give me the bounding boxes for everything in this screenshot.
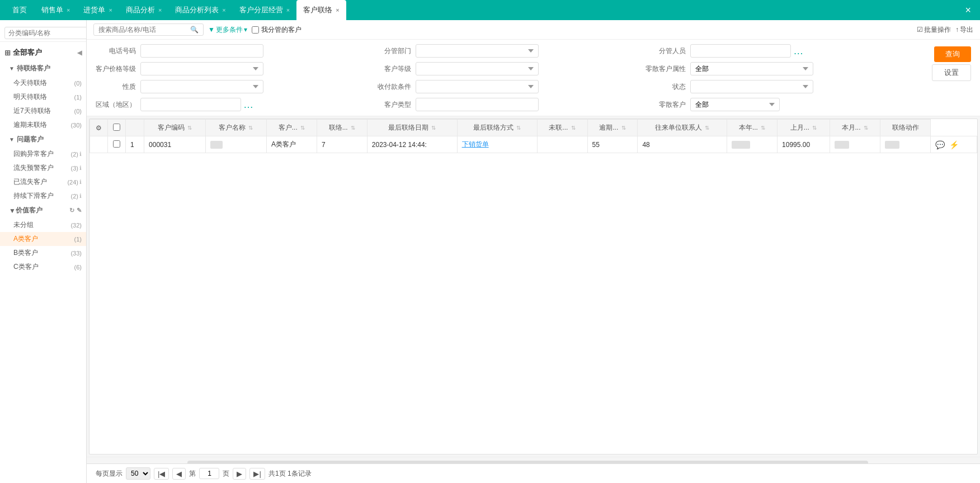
col-header-customer-type[interactable]: 客户... ⇅ bbox=[267, 120, 317, 136]
sidebar-item-repurchase-abnormal[interactable]: 回购异常客户 (2) ℹ bbox=[0, 147, 86, 161]
close-sales-order-icon[interactable]: × bbox=[67, 7, 70, 13]
main-layout: 🔍 ⊞ 全部客户 ◀ ▼ 待联络客户 今天待联络 (0) 明天待联络 (1 bbox=[0, 20, 980, 483]
row-this-month-cell bbox=[880, 136, 931, 153]
region-more-icon[interactable]: … bbox=[241, 99, 256, 111]
export-button[interactable]: ↑ 导出 bbox=[955, 25, 973, 35]
tab-customer-segment[interactable]: 客户分层经营 × bbox=[233, 0, 296, 20]
last-page-button[interactable]: ▶| bbox=[249, 468, 265, 480]
sidebar-search-input[interactable] bbox=[4, 27, 87, 39]
my-customers-checkbox[interactable] bbox=[252, 26, 259, 34]
home-tab[interactable]: 首页 bbox=[4, 5, 35, 15]
col-header-code[interactable]: 客户编码 ⇅ bbox=[144, 120, 205, 136]
tab-product-analysis-list[interactable]: 商品分析列表 × bbox=[168, 0, 232, 20]
pending-contact-header[interactable]: ▼ 待联络客户 bbox=[0, 61, 86, 76]
info-icon-2: ℹ bbox=[79, 179, 82, 185]
tab-product-analysis[interactable]: 商品分析 × bbox=[119, 0, 168, 20]
status-select[interactable] bbox=[690, 80, 813, 93]
sidebar: 🔍 ⊞ 全部客户 ◀ ▼ 待联络客户 今天待联络 (0) 明天待联络 (1 bbox=[0, 20, 87, 483]
payment-select[interactable] bbox=[416, 80, 539, 93]
batch-operation-button[interactable]: ☑ 批量操作 bbox=[917, 25, 951, 35]
price-level-select[interactable] bbox=[140, 62, 263, 75]
tab-purchase-order[interactable]: 进货单 × bbox=[77, 0, 119, 20]
close-purchase-order-icon[interactable]: × bbox=[109, 7, 112, 13]
horizontal-scrollbar[interactable] bbox=[87, 457, 980, 463]
prev-page-button[interactable]: ◀ bbox=[172, 468, 186, 480]
close-customer-segment-icon[interactable]: × bbox=[286, 7, 290, 13]
tab-customer-contact[interactable]: 客户联络 × bbox=[296, 0, 346, 20]
sort-contact-icon: ⇅ bbox=[351, 125, 355, 131]
sidebar-item-class-c[interactable]: C类客户 (6) bbox=[0, 260, 86, 274]
col-header-contact-count[interactable]: 联络... ⇅ bbox=[317, 120, 367, 136]
next-page-button[interactable]: ▶ bbox=[233, 468, 246, 480]
dept-label: 分管部门 bbox=[371, 46, 416, 56]
edit-icon[interactable]: ✎ bbox=[77, 207, 82, 214]
query-button[interactable]: 查询 bbox=[934, 46, 971, 62]
table-row: 1 000031 ? A类客户 7 2023-04-12 14:44: 下销货单… bbox=[90, 136, 977, 153]
col-header-contact-person[interactable]: 往来单位联系人 ⇅ bbox=[638, 120, 727, 136]
filter-customer-level: 客户等级 bbox=[371, 62, 646, 75]
sidebar-item-declining[interactable]: 持续下滑客户 (2) ℹ bbox=[0, 189, 86, 203]
col-header-last-month[interactable]: 上月... ⇅ bbox=[778, 120, 830, 136]
sidebar-item-class-b[interactable]: B类客户 (33) bbox=[0, 246, 86, 260]
value-customer-actions: ↻ ✎ bbox=[69, 207, 82, 214]
person-more-icon[interactable]: … bbox=[791, 45, 805, 57]
search-icon[interactable]: 🔍 bbox=[190, 26, 199, 34]
row-code-cell[interactable]: 000031 bbox=[144, 136, 205, 153]
filter-row-1: 电话号码 分管部门 分管人员 … bbox=[96, 44, 921, 58]
query-buttons: 查询 设置 bbox=[921, 44, 971, 111]
sidebar-item-class-a[interactable]: A类客户 (1) bbox=[0, 232, 86, 246]
share-action-icon[interactable]: ⚡ bbox=[949, 140, 959, 149]
sidebar-item-overdue-contact[interactable]: 逾期未联络 (30) bbox=[0, 118, 86, 132]
col-header-not-contacted[interactable]: 未联... ⇅ bbox=[537, 120, 587, 136]
person-input[interactable] bbox=[690, 44, 791, 58]
retail-attr-select[interactable]: 全部 bbox=[690, 62, 813, 75]
customer-level-select[interactable] bbox=[416, 62, 539, 75]
problem-customers-header[interactable]: ▼ 问题客户 bbox=[0, 132, 86, 147]
row-last-date-cell: 2023-04-12 14:44: bbox=[367, 136, 457, 153]
sidebar-item-unclassified[interactable]: 未分组 (32) bbox=[0, 218, 86, 232]
customer-search-input[interactable] bbox=[98, 26, 188, 34]
page-number-input[interactable] bbox=[199, 468, 219, 479]
close-product-analysis-icon[interactable]: × bbox=[158, 7, 162, 13]
col-header-overdue[interactable]: 逾期... ⇅ bbox=[587, 120, 638, 136]
phone-input[interactable] bbox=[140, 44, 263, 58]
sidebar-item-7day-contact[interactable]: 近7天待联络 (0) bbox=[0, 104, 86, 118]
close-all-tabs-icon[interactable]: × bbox=[960, 4, 976, 16]
customer-type-input[interactable] bbox=[416, 98, 539, 111]
filter-row-3: 性质 收付款条件 状态 bbox=[96, 80, 921, 93]
more-filters-button[interactable]: ▼ 更多条件 ▾ bbox=[208, 25, 247, 35]
close-product-analysis-list-icon[interactable]: × bbox=[222, 7, 225, 13]
col-header-last-date[interactable]: 最后联络日期 ⇅ bbox=[367, 120, 457, 136]
problem-customers-section: ▼ 问题客户 回购异常客户 (2) ℹ 流失预警客户 (3) ℹ 已流失客户 (… bbox=[0, 132, 86, 203]
sidebar-item-today-contact[interactable]: 今天待联络 (0) bbox=[0, 76, 86, 90]
sidebar-item-tomorrow-contact[interactable]: 明天待联络 (1) bbox=[0, 90, 86, 104]
value-customers-header[interactable]: ▼ 价值客户 ↻ ✎ bbox=[0, 203, 86, 218]
select-all-col-header[interactable] bbox=[108, 120, 126, 136]
total-records: 共1页 1条记录 bbox=[268, 469, 312, 479]
row-checkbox[interactable] bbox=[113, 140, 120, 148]
tab-sales-order[interactable]: 销售单 × bbox=[35, 0, 77, 20]
col-header-this-year[interactable]: 本年... ⇅ bbox=[727, 120, 778, 136]
settings-col-header[interactable]: ⚙ bbox=[90, 120, 108, 136]
refresh-icon[interactable]: ↻ bbox=[69, 207, 74, 214]
all-customers-header[interactable]: ⊞ 全部客户 ◀ bbox=[0, 44, 86, 61]
sidebar-item-churned[interactable]: 已流失客户 (24) ℹ bbox=[0, 175, 86, 189]
col-header-name[interactable]: 客户名称 ⇅ bbox=[205, 120, 266, 136]
retail-customer-select[interactable]: 全部 bbox=[690, 98, 780, 111]
table-footer: 每页显示 50 |◀ ◀ 第 页 ▶ ▶| 共1页 1条记录 bbox=[87, 463, 980, 483]
col-header-last-method[interactable]: 最后联络方式 ⇅ bbox=[457, 120, 537, 136]
col-header-this-month[interactable]: 本月... ⇅ bbox=[830, 120, 880, 136]
last-method-link[interactable]: 下销货单 bbox=[462, 140, 489, 148]
comment-action-icon[interactable]: 💬 bbox=[935, 140, 945, 149]
nature-label: 性质 bbox=[96, 82, 140, 92]
nature-select[interactable] bbox=[140, 80, 263, 93]
region-input[interactable] bbox=[140, 98, 241, 111]
close-customer-contact-icon[interactable]: × bbox=[336, 7, 339, 13]
dept-select[interactable] bbox=[416, 44, 539, 58]
select-all-checkbox[interactable] bbox=[113, 124, 120, 131]
page-size-select[interactable]: 50 bbox=[126, 467, 150, 480]
sidebar-item-churn-warning[interactable]: 流失预警客户 (3) ℹ bbox=[0, 161, 86, 175]
settings-button[interactable]: 设置 bbox=[932, 64, 971, 81]
sort-date-icon: ⇅ bbox=[431, 125, 436, 131]
first-page-button[interactable]: |◀ bbox=[154, 468, 169, 480]
